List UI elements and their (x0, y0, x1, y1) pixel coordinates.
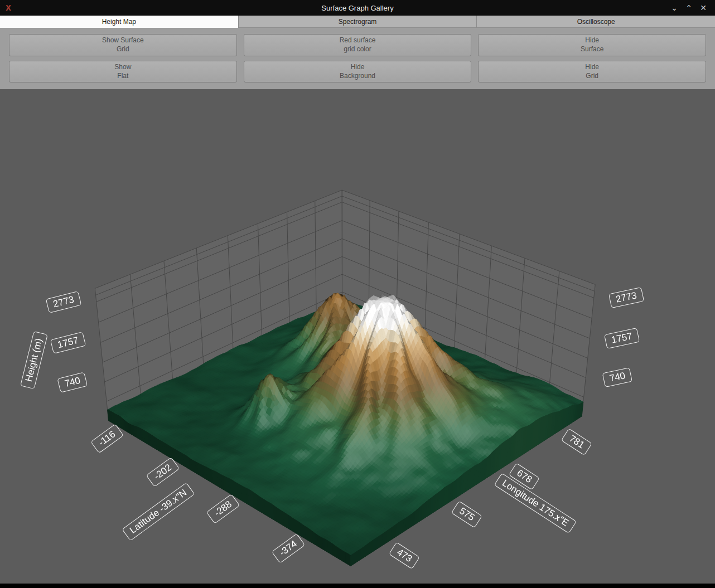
window-titlebar: X Surface Graph Gallery ⌄ ⌃ ✕ (0, 0, 715, 16)
red-surface-grid-color-button[interactable]: Red surface grid color (244, 34, 472, 56)
toolbar: Show Surface Grid Red surface grid color… (0, 28, 715, 89)
taskbar-strip (0, 584, 715, 588)
button-label: Hide (585, 36, 599, 45)
button-label: Grid (117, 45, 129, 54)
hide-surface-button[interactable]: Hide Surface (478, 34, 706, 56)
tab-oscilloscope[interactable]: Oscilloscope (477, 16, 715, 28)
button-label: Hide (585, 63, 599, 71)
button-label: Grid (586, 72, 598, 80)
window-close-button[interactable]: ✕ (696, 0, 711, 16)
button-label: grid color (344, 45, 371, 54)
surface-plot-canvas[interactable] (0, 89, 715, 584)
button-label: Show (114, 63, 131, 71)
window-minimize-button[interactable]: ⌄ (667, 0, 682, 16)
button-label: Show Surface (102, 36, 144, 45)
tab-height-map[interactable]: Height Map (0, 16, 239, 28)
hide-grid-button[interactable]: Hide Grid (478, 61, 706, 83)
app-window: X Surface Graph Gallery ⌄ ⌃ ✕ Height Map… (0, 0, 715, 588)
window-controls: ⌄ ⌃ ✕ (667, 0, 715, 16)
button-label: Hide (351, 63, 365, 71)
button-label: Red surface (340, 36, 376, 45)
window-title: Surface Graph Gallery (0, 4, 715, 12)
button-label: Background (340, 72, 375, 80)
hide-background-button[interactable]: Hide Background (244, 61, 472, 83)
show-surface-grid-button[interactable]: Show Surface Grid (9, 34, 237, 56)
button-label: Surface (581, 45, 603, 54)
surface-plot: 2773277317571757740740Height (m)-116-202… (0, 89, 715, 584)
tab-spectrogram[interactable]: Spectrogram (239, 16, 477, 28)
button-label: Flat (117, 72, 128, 80)
window-maximize-button[interactable]: ⌃ (682, 0, 696, 16)
tab-bar: Height Map Spectrogram Oscilloscope (0, 16, 715, 28)
app-icon: X (2, 3, 15, 12)
show-flat-button[interactable]: Show Flat (9, 61, 237, 83)
